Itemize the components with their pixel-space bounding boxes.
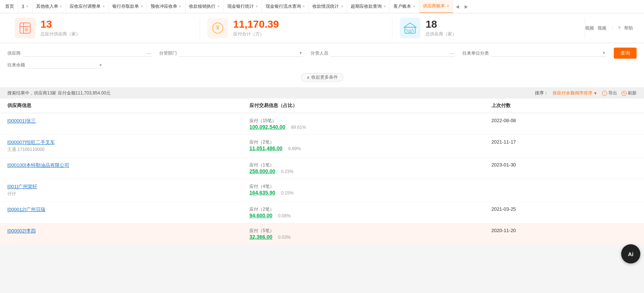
video-link[interactable]: 视频	[585, 25, 594, 31]
nav-tab-cash-flow[interactable]: 现金银行流水查询 ×	[262, 0, 309, 13]
supplier-link-2[interactable]: [000100]本特勒油品有限公司	[7, 162, 69, 168]
trans-amount-1[interactable]: 11,051,486.00	[249, 145, 283, 151]
nav-tab-overdue[interactable]: 超期应收款查询 ×	[347, 0, 390, 13]
amount-icon: ¥	[207, 18, 228, 38]
cell-date-0: 2022-08-08	[491, 118, 637, 123]
dept-input[interactable]	[179, 50, 298, 56]
dept-input-wrap: ▼	[179, 50, 304, 57]
supplier-link-3[interactable]: [001]广州荣轩	[7, 184, 37, 189]
close-icon[interactable]: ×	[217, 4, 220, 8]
close-icon[interactable]: ×	[102, 4, 105, 8]
nav-tab-cash-stat[interactable]: 现金银行统计 ×	[224, 0, 262, 13]
nav-tab-customer-ledger[interactable]: 客户账本 ×	[390, 0, 419, 13]
trans-amount-2[interactable]: 258,000.00	[249, 168, 275, 174]
cell-transaction-0: 应付（15笔） 100,092,540.00 89.61%	[249, 118, 491, 130]
category-chevron-icon[interactable]: ▼	[601, 51, 606, 55]
supplier-dots-icon[interactable]: ···	[146, 50, 152, 56]
dept-chevron-icon[interactable]: ▼	[298, 51, 303, 55]
person-input[interactable]	[330, 50, 449, 56]
trans-pct-4: 0.08%	[278, 213, 291, 218]
nav-left-arrow[interactable]: ◀	[453, 0, 462, 13]
balance-input[interactable]	[27, 62, 98, 68]
svg-marker-7	[404, 23, 416, 27]
collapse-button[interactable]: ∧ 收起更多条件	[301, 73, 343, 82]
payable-suppliers-info: 13 总应付供应商（家）	[41, 19, 80, 37]
nav-tab-collection-stat[interactable]: 收款情况统计 ×	[309, 0, 347, 13]
nav-tab-adjust[interactable]: 应收应付调整单 ×	[66, 0, 109, 13]
export-label: 导出	[608, 90, 617, 96]
nav-tab-supplier-ledger[interactable]: 供应商账本 ×	[419, 0, 453, 13]
cell-transaction-2: 应付（1笔） 258,000.00 0.23%	[249, 162, 491, 174]
trans-pct-0: 89.61%	[291, 125, 306, 130]
nav-tab-3[interactable]: 3 ×	[18, 0, 32, 13]
table-header: 供应商信息 应付交易信息（占比） 上次付数	[0, 99, 644, 113]
svg-line-9	[406, 29, 408, 32]
total-suppliers-count: 18	[426, 19, 456, 30]
trans-label-1: 应付（2笔）	[249, 139, 274, 145]
filter-area: 供应商 ··· 分管部门 ▼ 分管人员 ··· 往来单位分类 ▼	[0, 43, 644, 88]
svg-rect-0	[20, 23, 30, 33]
refresh-button[interactable]: ↻ 刷新	[622, 90, 637, 96]
balance-chevron-icon[interactable]: ▼	[98, 63, 103, 67]
result-summary-text: 搜索结果中，供应商13家 应付金额111,703,854.00元	[7, 90, 111, 96]
close-icon[interactable]: ×	[256, 4, 258, 8]
cell-supplier-2: [000100]本特勒油品有限公司	[7, 162, 249, 169]
category-input[interactable]	[491, 50, 602, 56]
filter-category: 往来单位分类 ▼	[462, 50, 607, 57]
store-icon	[400, 18, 420, 38]
person-input-wrap: ···	[330, 50, 455, 57]
nav-tab-collection[interactable]: 收款核销执行 ×	[185, 0, 224, 13]
close-icon[interactable]: ×	[141, 4, 143, 8]
nav-tab-home[interactable]: 首页	[1, 0, 18, 13]
close-icon[interactable]: ×	[413, 4, 415, 8]
close-icon[interactable]: ×	[60, 4, 62, 8]
trans-amount-5[interactable]: 32,366.00	[249, 234, 272, 240]
person-dots-icon[interactable]: ···	[449, 50, 455, 56]
nav-tab-bank[interactable]: 银行存取款单 ×	[109, 0, 147, 13]
cell-supplier-3: [001]广州荣轩 仔仔	[7, 183, 249, 197]
payable-suppliers-count: 13	[41, 19, 80, 30]
nav-tab-other-income[interactable]: 其他收入单 ×	[32, 0, 66, 13]
close-icon[interactable]: ×	[303, 4, 305, 8]
trans-label-4: 应付（2笔）	[249, 207, 274, 212]
export-button[interactable]: ↓ 导出	[602, 90, 617, 96]
supplier-link-5[interactable]: [000002]李四	[7, 228, 36, 234]
total-suppliers-label: 总供应商（家）	[426, 31, 456, 37]
supplier-link-1[interactable]: [000007]恒旺二手叉车	[7, 139, 55, 145]
close-icon[interactable]: ×	[384, 4, 386, 8]
trans-pct-3: 0.15%	[281, 190, 294, 196]
payable-amount-label: 应付合计（万）	[233, 31, 279, 37]
trans-label-3: 应付（4笔）	[249, 184, 274, 189]
close-icon[interactable]: ×	[447, 4, 449, 8]
supplier-link-4[interactable]: [000012]广州贝瑞	[7, 207, 45, 212]
help-text[interactable]: 帮助	[624, 25, 633, 31]
close-icon[interactable]: ×	[179, 4, 181, 8]
filter-row-2: 往来余额 ▼	[7, 62, 637, 69]
person-label: 分管人员	[311, 50, 328, 56]
cell-supplier-4: [000012]广州贝瑞	[7, 206, 249, 213]
close-icon[interactable]: ×	[341, 4, 343, 8]
trans-amount-0[interactable]: 100,092,540.00	[249, 124, 285, 130]
sort-selector[interactable]: 按应付余额倒序排序 ▼	[553, 90, 598, 96]
category-label: 往来单位分类	[462, 50, 489, 56]
trans-amount-3[interactable]: 164,635.90	[249, 190, 275, 196]
balance-label: 往来余额	[7, 62, 25, 68]
sort-value-text: 按应付余额倒序排序	[553, 90, 592, 96]
table-row: [000007]恒旺二手叉车 王通 17106110000 应付（2笔） 11,…	[0, 135, 644, 158]
table-row: [000100]本特勒油品有限公司 应付（1笔） 258,000.00 0.23…	[0, 158, 644, 179]
supplier-input[interactable]	[23, 50, 146, 56]
video-text[interactable]: 视频	[598, 25, 606, 31]
trans-amount-4[interactable]: 94,600.00	[249, 213, 272, 218]
close-icon[interactable]: ×	[26, 4, 28, 8]
summary-bar: 13 总应付供应商（家） ¥ 11,170.39 应付合计（万）	[0, 13, 644, 43]
cell-supplier-5: [000002]李四	[7, 228, 249, 234]
svg-point-3	[25, 28, 28, 31]
refresh-icon: ↻	[622, 91, 627, 96]
supplier-link-0[interactable]: [000001]张三	[7, 118, 36, 124]
query-button[interactable]: 查询	[614, 48, 637, 59]
cell-transaction-1: 应付（2笔） 11,051,486.00 9.89%	[249, 139, 491, 151]
nav-tab-prepay[interactable]: 预收冲应收单 ×	[147, 0, 185, 13]
nav-right-arrow[interactable]: ▶	[462, 0, 471, 13]
trans-label-2: 应付（1笔）	[249, 162, 274, 168]
divider: ｜	[610, 25, 615, 31]
